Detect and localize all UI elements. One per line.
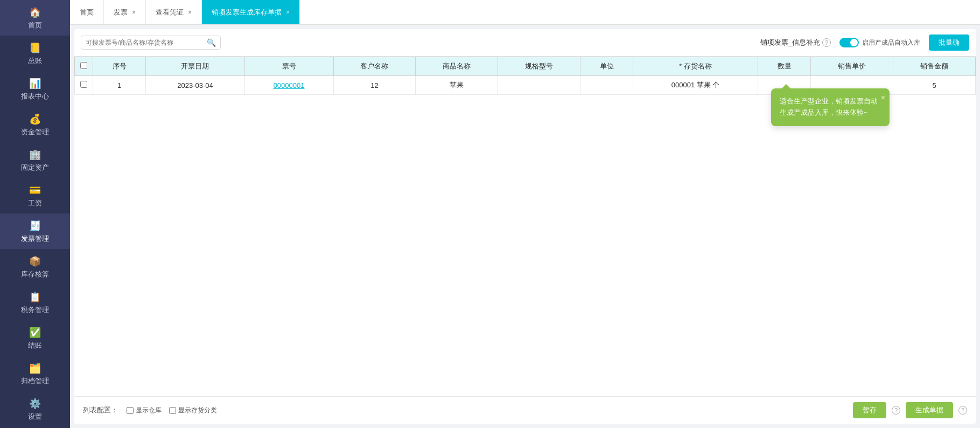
sidebar-item-archive[interactable]: 🗂️ 归档管理 (0, 356, 70, 391)
tab-invoice-close[interactable]: × (132, 9, 136, 16)
th-product: 商品名称 (416, 57, 498, 76)
row-checkbox[interactable] (80, 81, 87, 88)
invoices-icon: 🧾 (29, 220, 41, 232)
generate-button[interactable]: 生成单据 (906, 402, 953, 418)
tab-voucher-label: 查看凭证 (156, 8, 184, 17)
show-category-check[interactable]: 显示存货分类 (169, 406, 217, 415)
config-label: 列表配置： (83, 405, 118, 415)
sidebar-item-home[interactable]: 🏠 首页 (0, 0, 70, 36)
table-header-row: 序号 开票日期 票号 客户名称 商品名称 规格型号 单位 * 存货名称 数量 销… (75, 57, 976, 76)
th-qty: 数量 (758, 57, 810, 76)
th-number: 票号 (244, 57, 333, 76)
td-unit (580, 76, 633, 95)
tab-invoice-label: 发票 (114, 8, 128, 17)
sidebar-item-settlement[interactable]: ✅ 结账 (0, 320, 70, 356)
funds-icon: 💰 (29, 113, 41, 125)
tab-home-label: 首页 (80, 8, 94, 17)
generate-help-icon[interactable]: ? (958, 406, 967, 415)
tab-xiao-dan[interactable]: 销项发票生成库存单据 × (202, 0, 300, 24)
settings-icon: ⚙️ (29, 398, 41, 410)
sidebar-item-label: 固定资产 (21, 163, 49, 172)
sidebar-item-label: 归档管理 (21, 376, 49, 386)
search-box[interactable]: 🔍 (81, 36, 221, 50)
assets-icon: 🏢 (29, 149, 41, 161)
ledger-icon: 📒 (29, 42, 41, 54)
sidebar-item-label: 发票管理 (21, 234, 49, 244)
sidebar-item-label: 设置 (28, 412, 42, 422)
search-icon[interactable]: 🔍 (207, 38, 216, 47)
info-help-icon[interactable]: ? (822, 38, 831, 47)
tax-icon: 📋 (29, 291, 41, 303)
toggle-label: 启用产成品自动入库 (862, 38, 920, 47)
tooltip-text: 适合生产型企业，销项发票自动生成产成品入库，快来体验~ (780, 97, 878, 116)
td-checkbox (75, 76, 93, 95)
sidebar-item-label: 首页 (28, 20, 42, 30)
sidebar-item-label: 报表中心 (21, 92, 49, 101)
th-checkbox (75, 57, 93, 76)
th-price: 销售单价 (811, 57, 893, 76)
batch-button[interactable]: 批量确 (929, 34, 969, 51)
sidebar-item-label: 税务管理 (21, 305, 49, 315)
tab-voucher-close[interactable]: × (188, 9, 192, 16)
sidebar-item-label: 总账 (28, 56, 42, 66)
td-date: 2023-03-04 (146, 76, 244, 95)
footer: 列表配置： 显示仓库 显示存货分类 暂存 ? 生成单据 ? (74, 396, 976, 424)
sidebar-item-label: 资金管理 (21, 127, 49, 137)
wages-icon: 💳 (29, 184, 41, 196)
td-seq: 1 (93, 76, 146, 95)
sidebar-item-tax[interactable]: 📋 税务管理 (0, 285, 70, 320)
th-customer: 客户名称 (333, 57, 416, 76)
home-icon: 🏠 (29, 6, 41, 18)
th-amount: 销售金额 (893, 57, 976, 76)
footer-checkbox-group: 显示仓库 显示存货分类 (127, 406, 217, 415)
content-area: 🔍 销项发票_信息补充 ? 启用产成品自动入库 批量确 (74, 29, 976, 424)
show-category-checkbox[interactable] (169, 407, 176, 414)
sidebar-item-label: 工资 (28, 198, 42, 208)
main-area: 首页 发票 × 查看凭证 × 销项发票生成库存单据 × 🔍 销项发票_信息补充 (70, 0, 980, 428)
th-unit: 单位 (580, 57, 633, 76)
tooltip-close-button[interactable]: × (881, 92, 885, 103)
toolbar: 🔍 销项发票_信息补充 ? 启用产成品自动入库 批量确 (74, 29, 976, 57)
toggle-wrap: 启用产成品自动入库 (839, 38, 920, 47)
toolbar-right: 销项发票_信息补充 ? 启用产成品自动入库 批量确 (760, 34, 969, 51)
sidebar: 🏠 首页 📒 总账 📊 报表中心 💰 资金管理 🏢 固定资产 💳 工资 🧾 发票… (0, 0, 70, 428)
auto-warehouse-toggle[interactable] (839, 38, 859, 47)
th-seq: 序号 (93, 57, 146, 76)
td-model (498, 76, 580, 95)
tab-bar: 首页 发票 × 查看凭证 × 销项发票生成库存单据 × (70, 0, 980, 25)
select-all-checkbox[interactable] (80, 62, 87, 69)
tooltip-popup: × 适合生产型企业，销项发票自动生成产成品入库，快来体验~ (771, 88, 890, 126)
show-warehouse-check[interactable]: 显示仓库 (127, 406, 162, 415)
tab-invoice[interactable]: 发票 × (104, 0, 146, 24)
footer-actions: 暂存 ? 生成单据 ? (853, 402, 967, 418)
th-stock-name: * 存货名称 (633, 57, 758, 76)
sidebar-item-wages[interactable]: 💳 工资 (0, 178, 70, 213)
archive-icon: 🗂️ (29, 362, 41, 374)
th-model: 规格型号 (498, 57, 580, 76)
sidebar-item-assets[interactable]: 🏢 固定资产 (0, 142, 70, 178)
tab-xiao-dan-label: 销项发票生成库存单据 (212, 8, 282, 17)
td-amount: 5 (893, 76, 976, 95)
sidebar-item-settings[interactable]: ⚙️ 设置 (0, 391, 70, 427)
sidebar-item-funds[interactable]: 💰 资金管理 (0, 107, 70, 142)
tab-xiao-dan-close[interactable]: × (286, 9, 290, 16)
show-warehouse-checkbox[interactable] (127, 407, 134, 414)
td-product: 苹果 (416, 76, 498, 95)
sidebar-item-reports[interactable]: 📊 报表中心 (0, 71, 70, 107)
tab-voucher[interactable]: 查看凭证 × (146, 0, 202, 24)
inventory-icon: 📦 (29, 256, 41, 267)
search-input[interactable] (86, 39, 204, 46)
sidebar-item-label: 库存核算 (21, 270, 49, 279)
sidebar-item-invoices[interactable]: 🧾 发票管理 (0, 213, 70, 249)
sidebar-item-ledger[interactable]: 📒 总账 (0, 36, 70, 71)
save-button[interactable]: 暂存 (853, 402, 886, 418)
reports-icon: 📊 (29, 78, 41, 89)
save-help-icon[interactable]: ? (892, 406, 900, 415)
info-label: 销项发票_信息补充 ? (760, 38, 831, 47)
sidebar-item-inventory[interactable]: 📦 库存核算 (0, 249, 70, 285)
td-number[interactable]: 00000001 (244, 76, 333, 95)
settlement-icon: ✅ (29, 327, 41, 339)
td-stock-name: 000001 苹果 个 (633, 76, 758, 95)
tab-home[interactable]: 首页 (70, 0, 104, 24)
td-customer: 12 (333, 76, 416, 95)
